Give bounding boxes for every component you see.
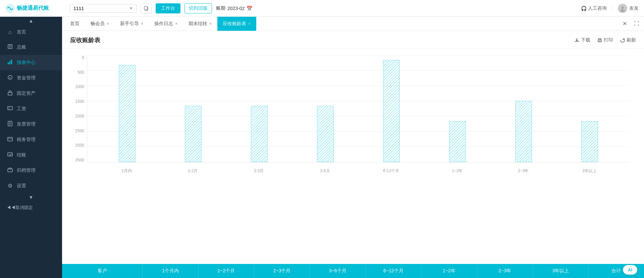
tab-member-close[interactable]: ×: [107, 21, 109, 26]
ledger-icon: [7, 44, 13, 51]
bar-3-6month[interactable]: [317, 106, 334, 162]
sidebar-label-archive: 归档管理: [17, 167, 36, 173]
tab-oplog-label: 操作日志: [154, 21, 173, 27]
switch-button[interactable]: 切到旧版: [184, 3, 212, 13]
sidebar-item-settle[interactable]: 结账: [0, 147, 62, 163]
bar-column-1: [160, 106, 226, 162]
sidebar-scroll-down[interactable]: ▼: [0, 193, 62, 201]
user-area[interactable]: 友友: [618, 4, 639, 13]
tab-expand-button[interactable]: ⛶: [632, 19, 641, 28]
sidebar-label-tax: 税务管理: [17, 137, 36, 143]
y-label-1500: 1500: [70, 99, 87, 104]
y-label-2500b: 2500: [70, 143, 87, 148]
sidebar-label-asset: 固定资产: [17, 90, 36, 96]
report-actions: 下载 打印: [574, 37, 636, 43]
sidebar-label-settle: 结账: [17, 152, 26, 158]
tab-oplog[interactable]: 操作日志 ×: [149, 17, 183, 31]
tab-guide-label: 新手引导: [120, 21, 139, 27]
content-area: 首页 畅会员 × 新手引导 × 操作日志 × 期末结转 × 应收账龄表 ×: [62, 17, 644, 278]
tab-period-end-label: 期末结转: [189, 21, 207, 27]
cancel-fixed-button[interactable]: ◀◀取消固定: [0, 201, 62, 214]
tab-bar-actions: ✕ ⛶: [620, 19, 641, 28]
svg-rect-10: [9, 61, 10, 64]
cancel-fixed-label: ◀◀取消固定: [7, 205, 33, 211]
headphone-icon: 🎧: [581, 6, 587, 11]
x-label-3: 3-6月: [292, 168, 358, 174]
tab-aging-close[interactable]: ×: [248, 21, 251, 26]
refresh-button[interactable]: 刷新: [620, 37, 636, 43]
tab-guide-close[interactable]: ×: [141, 21, 143, 26]
sidebar-item-invoice[interactable]: 发票管理: [0, 117, 62, 132]
tab-aging[interactable]: 应收账龄表 ×: [217, 17, 256, 31]
tab-home[interactable]: 首页: [65, 17, 85, 31]
sidebar-item-tax[interactable]: 税务管理: [0, 132, 62, 147]
svg-text:¥: ¥: [9, 76, 11, 79]
table-header-customer: 客户: [62, 264, 143, 278]
sidebar-item-fund[interactable]: ¥ 资金管理: [0, 70, 62, 86]
table-header-2-3year: 2~3年: [477, 264, 533, 278]
home-icon: ⌂: [7, 29, 13, 35]
copy-icon: [144, 6, 149, 11]
consult-button[interactable]: 🎧 人工咨询: [581, 5, 607, 11]
report-icon: [7, 59, 13, 66]
company-selector[interactable]: 1111 ▼: [70, 4, 137, 13]
tab-oplog-close[interactable]: ×: [175, 21, 177, 26]
x-label-2: 2-3月: [226, 168, 292, 174]
tab-member-label: 畅会员: [91, 21, 105, 27]
sidebar-item-asset[interactable]: 固定资产: [0, 86, 62, 101]
bar-2-3year[interactable]: [515, 101, 532, 162]
report-header: 应收账龄表 下载 打印: [62, 31, 644, 49]
header-right: 🎧 人工咨询 友友: [581, 4, 639, 13]
workbench-button[interactable]: 工作台: [156, 3, 180, 13]
bar-column-4: [358, 60, 424, 162]
y-axis: 2500 2500 2500 2000 1500 1000 500 0: [70, 55, 87, 162]
settle-icon: [7, 152, 13, 158]
bar-1-2month[interactable]: [185, 106, 202, 162]
sidebar-item-settings[interactable]: ⚙ 设置: [0, 178, 62, 193]
sidebar-item-salary[interactable]: 工资: [0, 101, 62, 117]
sidebar: ▲ ⌂ 首页 总账 报表中心 ¥ 资金管理 固定资产: [0, 17, 62, 278]
sidebar-item-report[interactable]: 报表中心: [0, 55, 62, 70]
sidebar-scroll-up[interactable]: ▲: [0, 17, 62, 25]
tab-home-label: 首页: [70, 21, 79, 27]
tab-close-all-button[interactable]: ✕: [620, 19, 629, 28]
bar-1-2year[interactable]: [449, 121, 466, 162]
copy-button[interactable]: [141, 3, 152, 14]
settings-icon: ⚙: [7, 183, 13, 189]
chart-wrapper: 2500 2500 2500 2000 1500 1000 500 0: [70, 55, 636, 176]
bar-2-3month[interactable]: [251, 106, 268, 162]
ai-badge[interactable]: Ai: [623, 265, 637, 275]
svg-rect-2: [144, 6, 147, 10]
tab-bar: 首页 畅会员 × 新手引导 × 操作日志 × 期末结转 × 应收账龄表 ×: [62, 17, 644, 31]
y-label-2000: 2000: [70, 114, 87, 119]
sidebar-item-ledger[interactable]: 总账: [0, 40, 62, 55]
download-button[interactable]: 下载: [574, 37, 590, 43]
tab-period-end-close[interactable]: ×: [209, 21, 212, 26]
sidebar-item-archive[interactable]: 归档管理: [0, 163, 62, 178]
sidebar-item-home[interactable]: ⌂ 首页: [0, 25, 62, 40]
tab-period-end[interactable]: 期末结转 ×: [183, 17, 217, 31]
svg-point-3: [621, 6, 624, 9]
salary-icon: [7, 106, 13, 112]
print-icon: [597, 38, 602, 43]
svg-rect-11: [11, 60, 12, 64]
bar-1month[interactable]: [119, 65, 136, 162]
table-header-1-2year: 1~2年: [421, 264, 477, 278]
svg-rect-28: [599, 41, 601, 41]
table-header-6-12month: 6~12个月: [366, 264, 421, 278]
print-button[interactable]: 打印: [597, 37, 613, 43]
period-value: 2023-02: [227, 6, 245, 11]
calendar-icon[interactable]: 📅: [247, 6, 252, 11]
tab-member[interactable]: 畅会员 ×: [85, 17, 115, 31]
sidebar-label-settings: 设置: [17, 183, 26, 189]
period-label: 账期: [216, 5, 225, 11]
print-label: 打印: [604, 37, 613, 43]
bar-3year-plus[interactable]: [581, 121, 598, 162]
tab-guide[interactable]: 新手引导 ×: [115, 17, 149, 31]
archive-icon: [7, 167, 13, 174]
divider: [612, 5, 612, 12]
invoice-icon: [7, 121, 13, 128]
bar-6-12month[interactable]: [383, 60, 400, 162]
avatar: [618, 4, 627, 13]
tab-aging-label: 应收账龄表: [223, 21, 246, 27]
